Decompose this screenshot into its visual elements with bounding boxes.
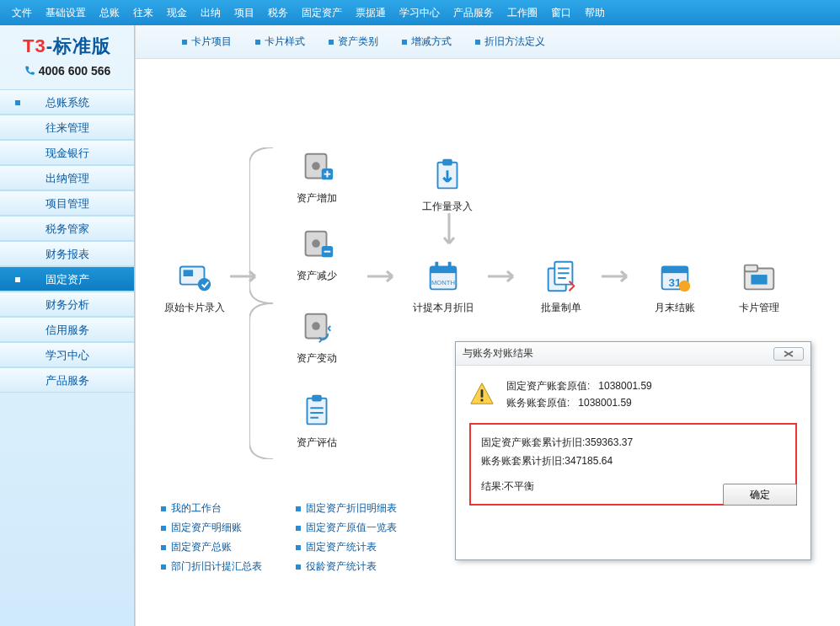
line3-value: 359363.37 <box>585 436 633 448</box>
link-label: 部门折旧计提汇总表 <box>171 559 262 574</box>
node-label: 工作量录入 <box>409 200 485 214</box>
menu-fixedasset[interactable]: 固定资产 <box>295 6 349 20</box>
arrow-icon <box>367 268 401 285</box>
brand-std: -标准版 <box>46 35 111 56</box>
safe-change-icon <box>297 308 336 346</box>
node-label: 原始卡片录入 <box>157 301 233 315</box>
node-cardmgr[interactable]: 卡片管理 <box>721 257 797 315</box>
svg-rect-12 <box>312 395 322 402</box>
square-icon <box>161 526 166 531</box>
tab-carditem[interactable]: 卡片项目 <box>182 35 232 49</box>
sidebar-item-tax[interactable]: 税务管家 <box>0 216 134 241</box>
sidebar-item-project[interactable]: 项目管理 <box>0 190 134 216</box>
quicklinks-col1: 我的工作台 固定资产明细账 固定资产总账 部门折旧计提汇总表 <box>161 501 262 574</box>
link-workbench[interactable]: 我的工作台 <box>161 501 262 516</box>
svg-point-25 <box>679 281 690 292</box>
line3-label: 固定资产账套累计折旧: <box>481 436 585 448</box>
menu-product[interactable]: 产品服务 <box>447 6 500 20</box>
svg-rect-16 <box>431 267 457 274</box>
quicklinks-col2: 固定资产折旧明细表 固定资产原值一览表 固定资产统计表 役龄资产统计表 <box>296 501 397 574</box>
dialog-title: 与账务对账结果 <box>463 346 533 361</box>
node-label: 资产变动 <box>279 351 355 366</box>
square-icon <box>255 40 260 45</box>
node-asset-dec[interactable]: 资产减少 <box>279 225 355 283</box>
node-label: 资产增加 <box>279 191 355 206</box>
link-origval[interactable]: 固定资产原值一览表 <box>296 521 397 535</box>
sidebar-item-report[interactable]: 财务报表 <box>0 241 134 266</box>
tabbar: 卡片项目 卡片样式 资产类别 增减方式 折旧方法定义 <box>136 25 840 59</box>
square-icon <box>329 40 334 45</box>
menu-ar[interactable]: 往来 <box>126 6 160 20</box>
menu-bill[interactable]: 票据通 <box>349 6 393 20</box>
menu-cashier[interactable]: 出纳 <box>194 6 227 20</box>
tab-label: 资产类别 <box>338 35 378 49</box>
menu-file[interactable]: 文件 <box>5 6 39 20</box>
link-deptdep[interactable]: 部门折旧计提汇总表 <box>161 559 262 574</box>
folder-icon <box>740 257 778 296</box>
node-origin[interactable]: 原始卡片录入 <box>157 257 233 315</box>
brand-phone-text: 4006 600 566 <box>39 64 111 78</box>
menu-learn[interactable]: 学习中心 <box>393 6 447 20</box>
node-asset-chg[interactable]: 资产变动 <box>279 308 355 366</box>
card-icon <box>175 257 214 296</box>
link-label: 固定资产统计表 <box>306 540 377 554</box>
line2-label: 账务账套原值: <box>506 397 570 409</box>
calendar-star-icon: 31 <box>655 257 694 296</box>
link-fagl[interactable]: 固定资产总账 <box>161 540 262 554</box>
node-label: 资产评估 <box>279 436 355 450</box>
close-button[interactable] <box>773 347 804 361</box>
sidebar-item-fixedasset[interactable]: 固定资产 <box>0 266 134 292</box>
sidebar-item-credit[interactable]: 信用服务 <box>0 317 134 342</box>
svg-rect-28 <box>751 275 767 285</box>
svg-text:MONTH: MONTH <box>431 279 455 286</box>
node-asset-add[interactable]: 资产增加 <box>279 147 355 206</box>
node-batch[interactable]: 批量制单 <box>523 257 599 315</box>
node-label: 资产减少 <box>279 269 355 283</box>
sidebar-item-cashier[interactable]: 出纳管理 <box>0 165 134 190</box>
link-fadetail[interactable]: 固定资产明细账 <box>161 521 262 535</box>
node-workload[interactable]: 工作量录入 <box>409 156 485 214</box>
menu-window[interactable]: 窗口 <box>544 6 578 20</box>
node-depreciate[interactable]: MONTH 计提本月折旧 <box>405 257 481 315</box>
svg-rect-17 <box>435 262 438 270</box>
line2-value: 1038001.59 <box>578 394 654 411</box>
tab-assetclass[interactable]: 资产类别 <box>329 35 378 49</box>
node-monthend[interactable]: 31 月末结账 <box>637 257 713 315</box>
sidebar-item-learn[interactable]: 学习中心 <box>0 342 134 367</box>
node-label: 批量制单 <box>523 301 599 315</box>
arrow-icon <box>488 268 522 285</box>
tab-depmethod[interactable]: 折旧方法定义 <box>475 35 545 49</box>
menu-cash[interactable]: 现金 <box>160 6 194 20</box>
sidebar-item-finance[interactable]: 财务分析 <box>0 292 134 317</box>
sidebar-item-gl[interactable]: 总账系统 <box>0 89 134 115</box>
menu-workcircle[interactable]: 工作圈 <box>500 6 544 20</box>
sidebar-item-cashbank[interactable]: 现金银行 <box>0 140 134 165</box>
svg-point-4 <box>312 162 320 170</box>
square-icon <box>296 526 301 531</box>
sidebar-item-product[interactable]: 产品服务 <box>0 367 134 393</box>
ok-button[interactable]: 确定 <box>723 484 797 506</box>
reconcile-dialog: 与账务对账结果 固定资产账套原值:1038001.59 账务账套原值:10380… <box>455 341 811 560</box>
link-label: 固定资产明细账 <box>171 521 242 535</box>
svg-point-7 <box>312 239 320 248</box>
menu-project[interactable]: 项目 <box>227 6 261 20</box>
brand: T3-标准版 4006 600 566 <box>0 25 134 81</box>
square-icon <box>296 506 301 511</box>
square-icon <box>475 40 480 45</box>
tab-cardstyle[interactable]: 卡片样式 <box>255 35 305 49</box>
menu-basic[interactable]: 基础设置 <box>39 6 93 20</box>
calendar-icon: MONTH <box>424 257 463 296</box>
link-depdetail[interactable]: 固定资产折旧明细表 <box>296 501 397 516</box>
node-asset-eval[interactable]: 资产评估 <box>279 392 355 450</box>
tab-addmode[interactable]: 增减方式 <box>402 35 452 49</box>
menu-help[interactable]: 帮助 <box>578 6 612 20</box>
menu-tax[interactable]: 税务 <box>261 6 295 20</box>
sidebar-item-ar[interactable]: 往来管理 <box>0 115 134 140</box>
link-agestat[interactable]: 役龄资产统计表 <box>296 559 397 574</box>
link-fastat[interactable]: 固定资产统计表 <box>296 540 397 554</box>
tab-label: 卡片样式 <box>265 35 305 49</box>
menu-gl[interactable]: 总账 <box>93 6 126 20</box>
line1-label: 固定资产账套原值: <box>506 380 590 392</box>
menubar: 文件 基础设置 总账 往来 现金 出纳 项目 税务 固定资产 票据通 学习中心 … <box>0 0 840 25</box>
link-label: 我的工作台 <box>171 501 222 516</box>
